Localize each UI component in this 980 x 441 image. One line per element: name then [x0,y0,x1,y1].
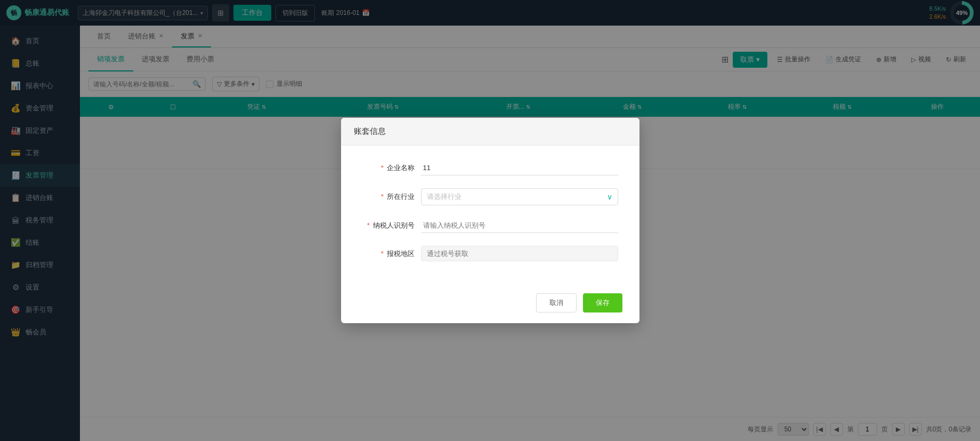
required-star2: * [381,193,384,201]
industry-placeholder: 请选择行业 [427,192,607,202]
tax-id-input[interactable] [421,218,618,233]
required-star3: * [367,221,370,229]
tax-id-row: * 纳税人识别号 [362,218,618,233]
required-star: * [381,164,384,172]
industry-label: * 所在行业 [362,192,421,202]
industry-row: * 所在行业 请选择行业 ∨ [362,188,618,205]
tax-id-label: * 纳税人识别号 [362,221,421,230]
account-info-modal: 账套信息 * 企业名称 * 所在行业 [341,118,639,323]
required-star4: * [381,250,384,258]
modal-footer: 取消 保存 [341,285,639,323]
industry-chevron-icon: ∨ [607,193,612,201]
company-name-input[interactable] [421,161,618,175]
modal-overlay[interactable]: 账套信息 * 企业名称 * 所在行业 [0,0,980,441]
tax-area-label: * 报税地区 [362,249,421,259]
tax-area-field [421,246,618,261]
modal-header: 账套信息 [341,118,639,146]
modal-body: * 企业名称 * 所在行业 请选择行业 ∨ [341,146,639,285]
company-name-label: * 企业名称 [362,163,421,173]
tax-area-row: * 报税地区 [362,246,618,261]
company-name-field [421,161,618,175]
save-button[interactable]: 保存 [583,293,622,312]
modal-title: 账套信息 [354,126,386,135]
industry-select[interactable]: 请选择行业 ∨ [421,188,618,205]
tax-id-field [421,218,618,233]
tax-area-input [421,246,618,261]
cancel-button[interactable]: 取消 [536,293,577,312]
industry-field: 请选择行业 ∨ [421,188,618,205]
company-name-row: * 企业名称 [362,161,618,175]
